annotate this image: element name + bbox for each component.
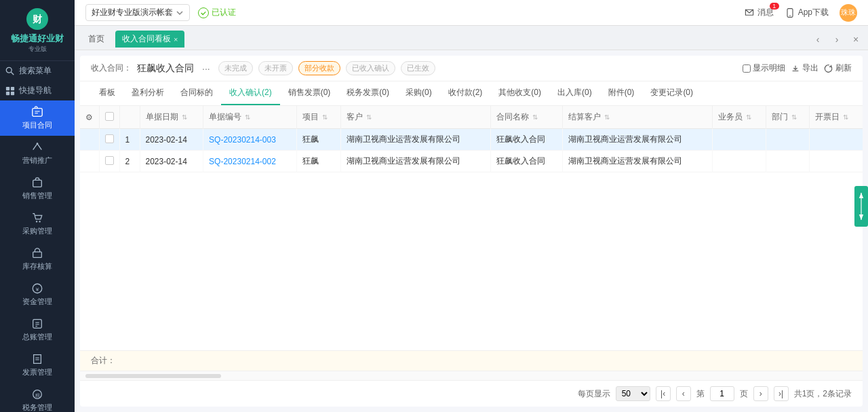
sort-project-icon: ⇅ (322, 113, 328, 121)
page-prev-btn[interactable]: ‹ (676, 386, 691, 401)
sort-salesperson-icon: ⇅ (746, 113, 751, 121)
row-doc-no[interactable]: SQ-20230214-002 (203, 151, 297, 172)
row-doc-no[interactable]: SQ-20230214-003 (203, 129, 297, 151)
page-first-btn[interactable]: |‹ (656, 386, 671, 401)
per-page-select[interactable]: 50 100 200 (616, 386, 650, 401)
col-check-all[interactable] (99, 106, 119, 129)
subtab-payment[interactable]: 收付款(2) (440, 81, 491, 105)
status-partial[interactable]: 部分收款 (298, 61, 340, 75)
win-close-btn[interactable]: × (849, 33, 863, 46)
app-label: App下载 (798, 7, 829, 18)
subtab-attachment[interactable]: 附件(0) (600, 81, 643, 105)
status-confirmed[interactable]: 已收入确认 (346, 61, 395, 75)
page-next-btn[interactable]: › (753, 386, 768, 401)
page-word-pre: 第 (696, 388, 705, 400)
tab-close-btn[interactable]: × (174, 35, 178, 43)
subtab-warehouse[interactable]: 出入库(0) (549, 81, 600, 105)
doc-no-link[interactable]: SQ-20230214-003 (209, 135, 276, 145)
sort-date-icon: ⇅ (182, 113, 187, 121)
subtab-purchase[interactable]: 采购(0) (397, 81, 440, 105)
row-customer: 湖南卫视商业运营发展有限公司 (340, 151, 490, 172)
user-area[interactable]: 珠珠 (840, 4, 857, 22)
pagination: 每页显示 50 100 200 |‹ ‹ 第 页 › ›| 共1页，2条记录 (80, 380, 863, 407)
row-department (766, 151, 809, 172)
win-next-btn[interactable]: › (830, 33, 844, 46)
table-row[interactable]: 2 2023-02-14 SQ-20230214-002 狂飙 湖南卫视商业运营… (80, 151, 863, 172)
subtab-sales-invoice[interactable]: 销售发票(0) (280, 81, 339, 105)
search-label: 搜索菜单 (19, 65, 52, 77)
row-checkbox-cell[interactable] (99, 129, 119, 151)
sidebar-search[interactable]: 搜索菜单 (0, 61, 75, 81)
col-settlement-customer[interactable]: 结算客户 ⇅ (563, 106, 713, 129)
sort-docno-icon: ⇅ (245, 113, 250, 121)
refresh-btn[interactable]: 刷新 (824, 62, 852, 74)
company-selector[interactable]: 好业财专业版演示帐套 (85, 4, 190, 21)
tab-revenue-contract[interactable]: 收入合同看板 × (115, 31, 184, 48)
col-date[interactable]: 单据日期 ⇅ (140, 106, 203, 129)
svg-point-11 (37, 143, 39, 145)
sidebar-item-sales[interactable]: 销售管理 (0, 171, 75, 206)
display-detail-checkbox[interactable]: 显示明细 (743, 62, 785, 74)
row-checkbox-cell[interactable] (99, 151, 119, 172)
doc-no-link[interactable]: SQ-20230214-002 (209, 157, 276, 166)
subtab-revenue-confirm[interactable]: 收入确认(2) (221, 81, 280, 105)
page-last-btn[interactable]: ›| (774, 386, 789, 401)
sidebar-item-purchase[interactable]: 采购管理 (0, 206, 75, 242)
status-incomplete[interactable]: 未完成 (218, 61, 253, 75)
table-row[interactable]: 1 2023-02-14 SQ-20230214-003 狂飙 湖南卫视商业运营… (80, 129, 863, 151)
win-prev-btn[interactable]: ‹ (811, 33, 825, 46)
right-action-btn[interactable] (854, 186, 868, 227)
tabbar: 首页 收入合同看板 × ‹ › × (75, 26, 868, 50)
company-name: 好业财专业版演示帐套 (92, 7, 173, 18)
row-department (766, 129, 809, 151)
detail-checkbox-input[interactable] (743, 64, 751, 73)
scroll-area[interactable] (80, 371, 863, 380)
sidebar-quick-nav[interactable]: 快捷导航 (0, 81, 75, 100)
header-right-actions: 显示明细 导出 刷新 (743, 62, 852, 74)
sidebar-item-tax[interactable]: 税 税务管理 (0, 383, 75, 412)
sidebar-item-inventory[interactable]: 库存核算 (0, 242, 75, 277)
subtab-profit[interactable]: 盈利分析 (123, 81, 172, 105)
sort-opendate-icon: ⇅ (843, 113, 848, 121)
sidebar-item-summary-label: 总账管理 (22, 332, 52, 342)
contract-prefix: 收入合同： (91, 62, 132, 74)
col-doc-no[interactable]: 单据编号 ⇅ (203, 106, 297, 129)
check-all-checkbox[interactable] (105, 112, 114, 121)
row-checkbox[interactable] (105, 134, 114, 143)
subtab-kanban[interactable]: 看板 (91, 81, 123, 105)
subtab-other-income[interactable]: 其他收支(0) (490, 81, 549, 105)
col-open-date[interactable]: 开票日 ⇅ (810, 106, 863, 129)
subtab-tax-invoice[interactable]: 税务发票(0) (338, 81, 397, 105)
subtab-change-log[interactable]: 变更记录(0) (642, 81, 701, 105)
export-icon (791, 64, 800, 73)
phone-icon (785, 7, 795, 18)
sort-settlement-icon: ⇅ (604, 113, 610, 121)
app-download-btn[interactable]: App下载 (785, 7, 829, 18)
sidebar-item-invoice[interactable]: 发票管理 (0, 348, 75, 383)
col-department[interactable]: 部门 ⇅ (766, 106, 809, 129)
sidebar-item-summary[interactable]: 总账管理 (0, 312, 75, 348)
row-contract-name: 狂飙收入合同 (490, 151, 562, 172)
contract-more-btn[interactable]: ··· (199, 63, 213, 74)
message-btn[interactable]: 消息 1 (744, 7, 774, 18)
contract-title: 狂飙收入合同 (137, 62, 194, 75)
col-customer[interactable]: 客户 ⇅ (340, 106, 490, 129)
certified-icon (198, 7, 209, 18)
subtab-contracts[interactable]: 合同标的 (172, 81, 221, 105)
row-checkbox[interactable] (105, 156, 114, 165)
status-active[interactable]: 已生效 (401, 61, 435, 75)
sidebar-item-project[interactable]: 项目合同 (0, 100, 75, 136)
col-salesperson[interactable]: 业务员 ⇅ (712, 106, 766, 129)
tab-home[interactable]: 首页 (80, 31, 113, 48)
sidebar-item-capital[interactable]: ¥ 资金管理 (0, 277, 75, 312)
sidebar-item-marketing[interactable]: 营销推广 (0, 136, 75, 171)
scroll-thumb[interactable] (85, 374, 221, 378)
export-btn[interactable]: 导出 (791, 62, 818, 74)
page-input[interactable] (710, 386, 734, 401)
col-project[interactable]: 项目 ⇅ (297, 106, 340, 129)
col-settings[interactable]: ⚙ (80, 106, 99, 129)
svg-point-2 (6, 67, 12, 73)
status-uninvoiced[interactable]: 未开票 (258, 61, 293, 75)
col-contract-name[interactable]: 合同名称 ⇅ (490, 106, 562, 129)
message-icon (744, 7, 755, 18)
